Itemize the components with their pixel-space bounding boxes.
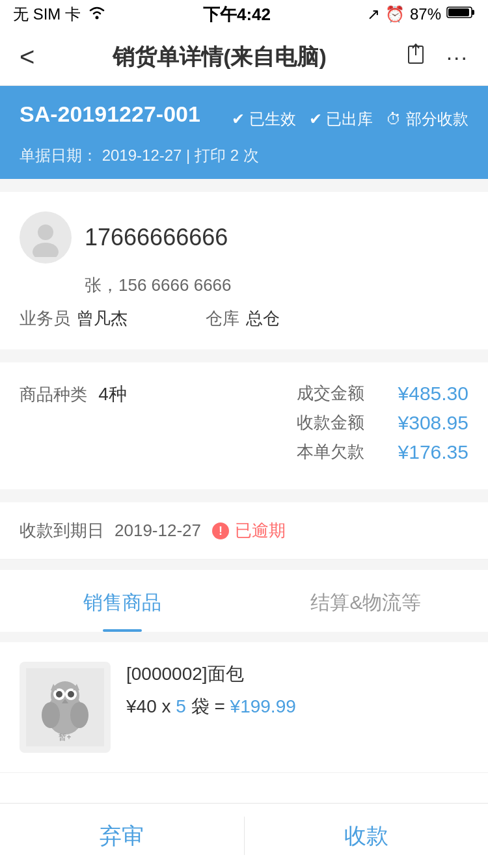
order-date: 单据日期： 2019-12-27 | 打印 2 次 bbox=[20, 145, 468, 166]
sales-label: 业务员 bbox=[20, 307, 70, 330]
due-date: 2019-12-27 bbox=[115, 521, 201, 541]
deal-label: 成交金额 bbox=[297, 382, 364, 405]
customer-phone: 17666666666 bbox=[85, 224, 228, 251]
customer-row: 17666666666 bbox=[20, 211, 468, 264]
order-status: ✔ 已生效 ✔ 已出库 ⏱ 部分收款 bbox=[232, 109, 468, 129]
product-price-1: ¥40 x 5 袋 = ¥199.99 bbox=[126, 694, 468, 719]
print-text: | 打印 2 次 bbox=[186, 146, 259, 164]
overdue-badge: ! 已逾期 bbox=[211, 519, 286, 542]
svg-point-20 bbox=[42, 702, 60, 728]
date-label: 单据日期： bbox=[20, 146, 98, 164]
product-thumb-1: 暂+ bbox=[20, 662, 111, 753]
status-time: 下午4:42 bbox=[203, 3, 271, 26]
page-title: 销货单详情(来自电脑) bbox=[113, 42, 327, 72]
status-partial: ⏱ 部分收款 bbox=[386, 109, 468, 129]
summary-right: 成交金额 ¥485.30 收款金额 ¥308.95 本单欠款 ¥176.35 bbox=[297, 382, 468, 470]
date-value: 2019-12-27 bbox=[102, 146, 182, 164]
overdue-text: 已逾期 bbox=[235, 519, 286, 542]
summary-section: 商品种类 4种 成交金额 ¥485.30 收款金额 ¥308.95 本单欠款 ¥… bbox=[0, 362, 488, 489]
svg-rect-3 bbox=[448, 8, 469, 16]
svg-text:!: ! bbox=[219, 524, 223, 537]
battery-icon bbox=[446, 5, 475, 23]
tab-settlement[interactable]: 结算&物流等 bbox=[244, 570, 488, 632]
header-banner: SA-20191227-001 ✔ 已生效 ✔ 已出库 ⏱ 部分收款 单据日期：… bbox=[0, 86, 488, 179]
back-button[interactable]: < bbox=[20, 42, 34, 72]
nav-bar: < 销货单详情(来自电脑) ··· bbox=[0, 29, 488, 86]
customer-meta: 业务员 曾凡杰 仓库 总仓 bbox=[20, 307, 468, 330]
deal-row: 成交金额 ¥485.30 bbox=[297, 382, 468, 405]
svg-point-21 bbox=[70, 702, 88, 728]
svg-rect-2 bbox=[472, 10, 474, 15]
location-icon: ↗ bbox=[367, 5, 380, 23]
svg-text:暂+: 暂+ bbox=[59, 733, 71, 742]
svg-point-7 bbox=[33, 243, 59, 257]
cancel-button[interactable]: 弃审 bbox=[0, 804, 244, 868]
nav-actions: ··· bbox=[405, 44, 468, 71]
due-label: 收款到期日 bbox=[20, 519, 104, 542]
debt-row: 本单欠款 ¥176.35 bbox=[297, 441, 468, 463]
confirm-button[interactable]: 收款 bbox=[245, 804, 489, 868]
status-left: 无 SIM 卡 bbox=[13, 4, 107, 25]
tab-products[interactable]: 销售商品 bbox=[0, 570, 244, 632]
order-id: SA-20191227-001 bbox=[20, 102, 200, 127]
sales-item: 业务员 曾凡杰 bbox=[20, 307, 128, 330]
type-label: 商品种类 bbox=[20, 385, 87, 404]
carrier-text: 无 SIM 卡 bbox=[13, 4, 81, 25]
avatar bbox=[20, 211, 72, 264]
summary-left: 商品种类 4种 bbox=[20, 382, 127, 407]
status-shipped: ✔ 已出库 bbox=[309, 109, 373, 129]
svg-point-15 bbox=[56, 691, 62, 698]
sales-value: 曾凡杰 bbox=[77, 307, 128, 330]
battery-text: 87% bbox=[410, 5, 441, 23]
collected-value: ¥308.95 bbox=[377, 412, 468, 434]
debt-label: 本单欠款 bbox=[297, 441, 364, 463]
svg-point-16 bbox=[68, 691, 74, 698]
warehouse-value: 总仓 bbox=[246, 307, 280, 330]
tabs: 销售商品 结算&物流等 bbox=[0, 570, 488, 632]
wifi-icon bbox=[87, 5, 107, 23]
status-bar: 无 SIM 卡 下午4:42 ↗ ⏰ 87% bbox=[0, 0, 488, 29]
product-info-1: [0000002]面包 ¥40 x 5 袋 = ¥199.99 bbox=[126, 662, 468, 753]
share-button[interactable] bbox=[405, 44, 427, 71]
svg-point-6 bbox=[38, 224, 53, 240]
type-count: 4种 bbox=[98, 384, 127, 404]
bottom-bar: 弃审 收款 bbox=[0, 803, 488, 868]
svg-point-0 bbox=[96, 16, 99, 20]
customer-info: 张，156 6666 6666 bbox=[20, 274, 468, 297]
due-section: 收款到期日 2019-12-27 ! 已逾期 bbox=[0, 502, 488, 560]
status-effective: ✔ 已生效 bbox=[232, 109, 296, 129]
customer-section: 17666666666 张，156 6666 6666 业务员 曾凡杰 仓库 总… bbox=[0, 192, 488, 349]
warehouse-label: 仓库 bbox=[206, 307, 239, 330]
collected-row: 收款金额 ¥308.95 bbox=[297, 411, 468, 434]
deal-value: ¥485.30 bbox=[377, 383, 468, 405]
status-right: ↗ ⏰ 87% bbox=[367, 5, 475, 23]
alarm-icon: ⏰ bbox=[385, 5, 405, 23]
warehouse-item: 仓库 总仓 bbox=[206, 307, 280, 330]
product-name-1: [0000002]面包 bbox=[126, 662, 468, 686]
more-button[interactable]: ··· bbox=[446, 44, 468, 70]
collected-label: 收款金额 bbox=[297, 411, 364, 434]
list-item: 暂+ [0000002]面包 ¥40 x 5 袋 = ¥199.99 bbox=[0, 642, 488, 773]
debt-value: ¥176.35 bbox=[377, 441, 468, 463]
